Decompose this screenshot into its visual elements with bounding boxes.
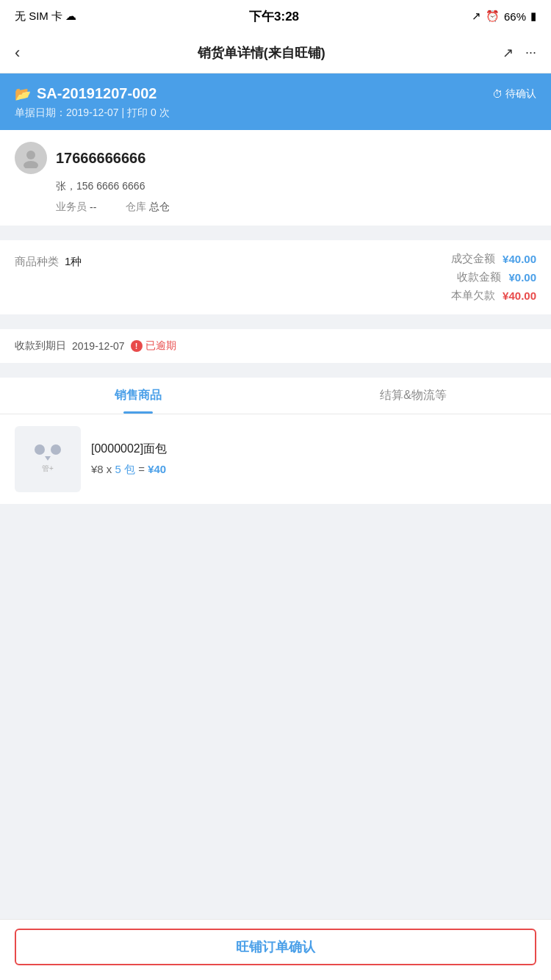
order-id: SA-20191207-002 (37, 85, 156, 102)
customer-section: 17666666666 张，156 6666 6666 业务员 -- 仓库 总仓 (0, 130, 551, 226)
product-section: 管+ [0000002]面包 ¥8 x 5 包 = ¥40 (0, 414, 551, 504)
share-icon[interactable]: ↗︎ (503, 45, 514, 61)
empty-area (0, 511, 551, 688)
price-times-icon: x (107, 463, 115, 475)
page-title: 销货单详情(来自旺铺) (198, 44, 325, 62)
order-id-row: 📂 SA-20191207-002 (15, 85, 156, 102)
transaction-value: ¥40.00 (503, 253, 536, 265)
status-bar: 无 SIM 卡 ☁ 下午3:28 ↗ ⏰ 66% ▮ (0, 0, 551, 32)
order-date: 单据日期：2019-12-07 | 打印 0 次 (15, 107, 536, 120)
due-label: 收款到期日 (15, 339, 66, 353)
received-value: ¥0.00 (508, 271, 536, 284)
balance-row: 本单欠款 ¥40.00 (451, 289, 536, 303)
clock-status-icon: ⏱ (492, 88, 503, 100)
balance-label: 本单欠款 (451, 289, 495, 303)
nav-actions: ↗︎ ··· (503, 45, 536, 61)
product-price: ¥8 x 5 包 = ¥40 (91, 463, 536, 477)
avatar (15, 142, 47, 174)
summary-left: 商品种类 1种 (15, 252, 82, 269)
summary-right: 成交金额 ¥40.00 收款金额 ¥0.00 本单欠款 ¥40.00 (451, 252, 536, 303)
customer-meta: 业务员 -- 仓库 总仓 (15, 201, 536, 214)
transaction-label: 成交金额 (451, 252, 495, 266)
owl-left-eye (35, 444, 45, 455)
due-section: 收款到期日 2019-12-07 ! 已逾期 (0, 329, 551, 363)
svg-point-1 (24, 161, 38, 168)
product-total: ¥40 (148, 463, 166, 475)
product-name: [0000002]面包 (91, 442, 536, 457)
order-status: ⏱ 待确认 (492, 87, 536, 101)
product-price-base: ¥8 (91, 463, 104, 475)
tabs-section: 销售商品 结算&物流等 (0, 378, 551, 414)
salesperson-item: 业务员 -- (56, 201, 96, 214)
customer-row: 17666666666 (15, 142, 536, 174)
received-row: 收款金额 ¥0.00 (457, 270, 536, 284)
warehouse-label: 仓库 (126, 201, 146, 214)
product-quantity: 5 (115, 463, 121, 475)
owl-text: 管+ (42, 464, 54, 474)
divider-3 (0, 370, 551, 378)
owl-right-eye (51, 444, 61, 455)
bottom-bar: 旺铺订单确认 (0, 919, 551, 980)
svg-point-0 (26, 151, 35, 159)
tabs-row: 销售商品 结算&物流等 (0, 378, 551, 414)
product-unit: 包 (124, 463, 135, 475)
owl-logo: 管+ (35, 444, 61, 474)
warehouse-item: 仓库 总仓 (126, 201, 170, 214)
customer-name: 张，156 6666 6666 (15, 180, 536, 193)
back-button[interactable]: ‹ (15, 43, 20, 62)
product-info: [0000002]面包 ¥8 x 5 包 = ¥40 (91, 442, 536, 477)
status-time: 下午3:28 (249, 8, 299, 25)
tab-settlement[interactable]: 结算&物流等 (276, 378, 551, 414)
order-header: 📂 SA-20191207-002 ⏱ 待确认 单据日期：2019-12-07 … (0, 73, 551, 130)
transaction-row: 成交金额 ¥40.00 (451, 252, 536, 266)
product-type-value: 1种 (65, 255, 82, 269)
nav-bar: ‹ 销货单详情(来自旺铺) ↗︎ ··· (0, 32, 551, 73)
divider-1 (0, 233, 551, 240)
confirm-button[interactable]: 旺铺订单确认 (15, 929, 536, 965)
overdue-dot-icon: ! (131, 340, 143, 352)
no-sim-label: 无 SIM 卡 ☁ (15, 10, 76, 24)
warehouse-value: 总仓 (149, 201, 170, 214)
status-left: 无 SIM 卡 ☁ (15, 10, 76, 24)
product-type-label: 商品种类 (15, 255, 59, 269)
battery-label: 66% (504, 10, 526, 23)
more-icon[interactable]: ··· (525, 45, 536, 60)
battery-icon: ▮ (530, 10, 536, 23)
product-thumbnail: 管+ (15, 426, 81, 492)
price-equals-icon: = (138, 463, 148, 475)
owl-eyes (35, 444, 61, 455)
due-date-value: 2019-12-07 (72, 340, 125, 352)
overdue-label: 已逾期 (145, 339, 176, 353)
balance-value: ¥40.00 (503, 289, 536, 302)
salesperson-value: -- (90, 201, 96, 213)
order-status-label: 待确认 (505, 87, 536, 101)
overdue-badge: ! 已逾期 (131, 339, 176, 353)
confirm-button-label: 旺铺订单确认 (236, 938, 315, 956)
summary-section: 商品种类 1种 成交金额 ¥40.00 收款金额 ¥0.00 本单欠款 ¥40.… (0, 240, 551, 314)
owl-beak (45, 456, 51, 461)
customer-phone: 17666666666 (56, 150, 145, 167)
order-doc-icon: 📂 (15, 86, 31, 102)
order-header-top: 📂 SA-20191207-002 ⏱ 待确认 (15, 85, 536, 102)
clock-icon: ⏰ (486, 10, 500, 23)
tab-sales-product-label: 销售商品 (115, 389, 162, 401)
received-label: 收款金额 (457, 270, 501, 284)
tab-settlement-label: 结算&物流等 (380, 389, 447, 401)
divider-2 (0, 322, 551, 329)
tab-sales-product[interactable]: 销售商品 (0, 378, 276, 414)
status-right: ↗ ⏰ 66% ▮ (472, 10, 536, 23)
salesperson-label: 业务员 (56, 201, 87, 214)
location-icon: ↗ (472, 10, 481, 23)
